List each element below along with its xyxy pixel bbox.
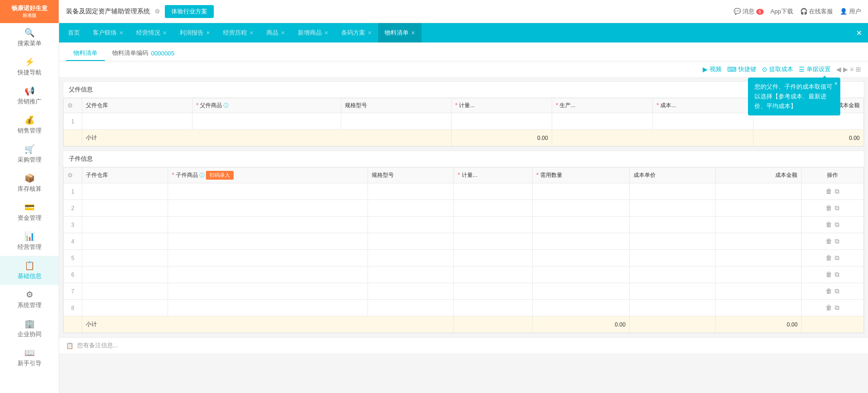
copy-icon-1[interactable]: ⧉ xyxy=(835,204,839,212)
child-req-qty-7[interactable] xyxy=(532,300,629,316)
child-unit-cost-1[interactable] xyxy=(629,200,715,217)
delete-icon-4[interactable]: 🗑 xyxy=(826,254,832,262)
child-spec-3[interactable] xyxy=(368,233,454,250)
app-download[interactable]: App下载 xyxy=(771,7,793,16)
nav-tab-close-5[interactable]: ✕ xyxy=(281,30,285,36)
child-unit-cost-5[interactable] xyxy=(629,266,715,283)
user-avatar[interactable]: 👤 用户 xyxy=(840,7,861,16)
child-product-4[interactable] xyxy=(168,250,368,266)
child-unit-0[interactable] xyxy=(454,183,532,200)
sidebar-item-operations[interactable]: 📊经营管理 xyxy=(0,227,59,256)
shortcut-btn[interactable]: ⌨ 快捷键 xyxy=(727,65,756,73)
child-unit-cost-2[interactable] xyxy=(629,217,715,233)
child-spec-0[interactable] xyxy=(368,183,454,200)
delete-icon-6[interactable]: 🗑 xyxy=(826,287,832,295)
single-settings-btn[interactable]: ☰ 单据设置 xyxy=(799,65,831,73)
child-product-3[interactable] xyxy=(168,233,368,250)
delete-icon-7[interactable]: 🗑 xyxy=(826,304,832,312)
nav-tab-close-1[interactable]: ✕ xyxy=(119,30,123,36)
nav-prev-icon[interactable]: ◀ xyxy=(836,66,841,73)
child-product-5[interactable] xyxy=(168,266,368,283)
view-btn[interactable]: ▶ 视频 xyxy=(703,65,722,73)
online-service[interactable]: 🎧 在线客服 xyxy=(800,7,833,16)
sidebar-item-guide[interactable]: 📖新手引导 xyxy=(0,343,59,372)
child-req-qty-2[interactable] xyxy=(532,217,629,233)
child-unit-5[interactable] xyxy=(454,266,532,283)
parent-product-cell[interactable] xyxy=(192,113,341,130)
child-unit-6[interactable] xyxy=(454,283,532,300)
sidebar-item-enterprise[interactable]: 🏢企业协同 xyxy=(0,314,59,343)
copy-icon-5[interactable]: ⧉ xyxy=(835,271,839,278)
nav-tab-3[interactable]: 利润报告✕ xyxy=(173,23,217,42)
copy-icon-6[interactable]: ⧉ xyxy=(835,287,839,295)
expand-icon[interactable]: ⊞ xyxy=(856,66,861,73)
nav-tab-5[interactable]: 商品✕ xyxy=(260,23,291,42)
child-warehouse-0[interactable] xyxy=(82,183,168,200)
child-product-7[interactable] xyxy=(168,300,368,316)
sidebar-item-quick-nav[interactable]: ⚡快捷导航 xyxy=(0,52,59,81)
message-icon[interactable]: 💬 消息 6 xyxy=(734,7,764,16)
child-spec-6[interactable] xyxy=(368,283,454,300)
list-view-icon[interactable]: ≡ xyxy=(850,66,854,73)
sidebar-item-inventory[interactable]: 📦库存核算 xyxy=(0,169,59,198)
child-unit-2[interactable] xyxy=(454,217,532,233)
nav-tab-close-7[interactable]: ✕ xyxy=(368,30,372,36)
copy-icon-0[interactable]: ⧉ xyxy=(835,187,839,195)
child-spec-2[interactable] xyxy=(368,217,454,233)
child-unit-cost-4[interactable] xyxy=(629,250,715,266)
child-warehouse-2[interactable] xyxy=(82,217,168,233)
nav-tab-4[interactable]: 经营历程✕ xyxy=(217,23,260,42)
child-warehouse-5[interactable] xyxy=(82,266,168,283)
child-req-qty-1[interactable] xyxy=(532,200,629,217)
delete-icon-0[interactable]: 🗑 xyxy=(826,187,832,195)
sidebar-item-system[interactable]: ⚙系统管理 xyxy=(0,285,59,314)
tooltip-close-btn[interactable]: × xyxy=(834,79,838,88)
sidebar-item-search[interactable]: 🔍搜索菜单 xyxy=(0,23,59,52)
sidebar-item-marketing[interactable]: 📢营销推广 xyxy=(0,81,59,110)
child-unit-4[interactable] xyxy=(454,250,532,266)
copy-icon-7[interactable]: ⧉ xyxy=(835,304,839,312)
sidebar-item-purchase[interactable]: 🛒采购管理 xyxy=(0,139,59,169)
child-req-qty-5[interactable] xyxy=(532,266,629,283)
delete-icon-2[interactable]: 🗑 xyxy=(826,221,832,229)
nav-tab-6[interactable]: 新增商品✕ xyxy=(291,23,335,42)
copy-icon-4[interactable]: ⧉ xyxy=(835,254,839,262)
nav-next-icon[interactable]: ▶ xyxy=(843,66,848,73)
delete-icon-5[interactable]: 🗑 xyxy=(826,271,832,278)
nav-tab-0[interactable]: 首页 xyxy=(61,23,86,42)
child-unit-3[interactable] xyxy=(454,233,532,250)
sub-tab-bill-code[interactable]: 物料清单编码 0000005 xyxy=(105,46,182,61)
child-unit-cost-7[interactable] xyxy=(629,300,715,316)
extract-cost-btn[interactable]: ⊙ 提取成本 xyxy=(762,65,793,73)
child-spec-7[interactable] xyxy=(368,300,454,316)
delete-icon-3[interactable]: 🗑 xyxy=(826,237,832,245)
sidebar-item-sales[interactable]: 💰销售管理 xyxy=(0,110,59,139)
parent-cost-cell[interactable] xyxy=(653,113,753,130)
copy-icon-2[interactable]: ⧉ xyxy=(835,221,839,229)
child-spec-1[interactable] xyxy=(368,200,454,217)
child-product-0[interactable] xyxy=(168,183,368,200)
child-warehouse-3[interactable] xyxy=(82,233,168,250)
child-warehouse-1[interactable] xyxy=(82,200,168,217)
parent-col-settings[interactable]: ⚙ xyxy=(64,98,82,113)
child-product-1[interactable] xyxy=(168,200,368,217)
child-product-6[interactable] xyxy=(168,283,368,300)
copy-icon-3[interactable]: ⧉ xyxy=(835,237,839,245)
child-col-settings[interactable]: ⚙ xyxy=(64,168,82,183)
child-req-qty-6[interactable] xyxy=(532,283,629,300)
sidebar-item-finance[interactable]: 💳资金管理 xyxy=(0,198,59,227)
parent-production-cell[interactable] xyxy=(552,113,652,130)
parent-unit-cell[interactable] xyxy=(451,113,552,130)
child-spec-5[interactable] xyxy=(368,266,454,283)
nav-tab-close-2[interactable]: ✕ xyxy=(163,30,167,36)
nav-tab-2[interactable]: 经营情况✕ xyxy=(130,23,173,42)
scan-btn[interactable]: 扫码录入 xyxy=(206,171,234,180)
child-unit-cost-6[interactable] xyxy=(629,283,715,300)
parent-warehouse-cell[interactable] xyxy=(82,113,193,130)
nav-tab-8[interactable]: 物料清单✕ xyxy=(378,23,422,42)
nav-tab-close-3[interactable]: ✕ xyxy=(206,30,210,36)
child-unit-cost-0[interactable] xyxy=(629,183,715,200)
child-unit-1[interactable] xyxy=(454,200,532,217)
settings-icon[interactable]: ⚙ xyxy=(155,8,160,15)
parent-spec-cell[interactable] xyxy=(341,113,451,130)
